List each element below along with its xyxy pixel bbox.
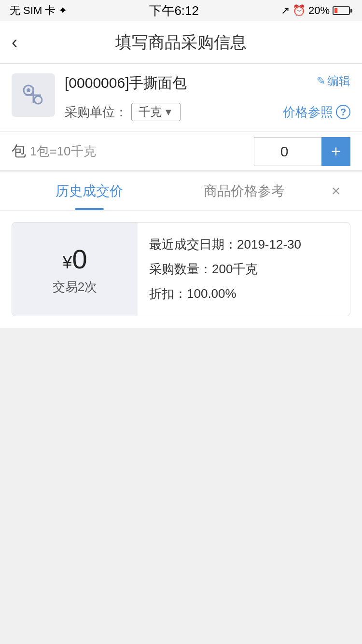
- sim-status: 无 SIM 卡 ✦: [10, 3, 67, 18]
- currency-symbol: ¥: [62, 252, 72, 272]
- dropdown-arrow-icon: ▼: [164, 107, 173, 118]
- location-icon: ↗: [281, 4, 290, 17]
- back-button[interactable]: ‹: [12, 32, 17, 53]
- tab-panel: 历史成交价 商品价格参考 × ¥0 交易2次 最近成交日期：2019-12-30…: [0, 172, 362, 328]
- purchase-quantity-label: 采购数量：: [149, 262, 212, 276]
- svg-point-1: [27, 88, 30, 92]
- status-right: ↗ ⏰ 20%: [281, 4, 352, 17]
- history-trades-count: 交易2次: [53, 279, 97, 295]
- product-info: [0000006]手撕面包 ✎ 编辑 采购单位： 千克 ▼ 价格参照 ?: [65, 73, 350, 121]
- tab-product-price-ref[interactable]: 商品价格参考: [167, 172, 321, 210]
- tab-price-ref-label: 商品价格参考: [204, 182, 285, 200]
- quantity-plus-button[interactable]: +: [321, 137, 350, 166]
- unit-selector[interactable]: 千克 ▼: [131, 103, 181, 121]
- price-reference-button[interactable]: 价格参照 ?: [283, 104, 350, 121]
- tab-bar: 历史成交价 商品价格参考 ×: [0, 172, 362, 210]
- purchase-quantity-row: 采购数量：200千克: [149, 261, 338, 278]
- recent-date-value: 2019-12-30: [237, 237, 301, 252]
- product-card: [0000006]手撕面包 ✎ 编辑 采购单位： 千克 ▼ 价格参照 ?: [0, 64, 362, 131]
- product-name: [0000006]手撕面包: [65, 73, 187, 93]
- history-content: ¥0 交易2次 最近成交日期：2019-12-30 采购数量：200千克 折扣：…: [0, 210, 362, 328]
- page-title: 填写商品采购信息: [115, 31, 247, 54]
- tab-history-label: 历史成交价: [56, 182, 123, 200]
- battery-percentage: 20%: [308, 4, 330, 17]
- unit-value: 千克: [139, 104, 162, 120]
- price-ref-help-icon: ?: [336, 105, 350, 119]
- history-price-value: ¥0: [62, 243, 87, 275]
- recent-date-row: 最近成交日期：2019-12-30: [149, 236, 338, 253]
- unit-conversion: 1包=10千克: [30, 143, 96, 160]
- edit-icon: ✎: [317, 75, 325, 87]
- quantity-unit-info: 包 1包=10千克: [12, 141, 96, 161]
- quantity-section: 包 1包=10千克 +: [0, 132, 362, 171]
- unit-label: 采购单位：: [65, 104, 127, 121]
- discount-value: 100.00%: [187, 286, 237, 301]
- tab-history-price[interactable]: 历史成交价: [12, 172, 167, 210]
- tab-underline: [75, 208, 104, 210]
- product-thumbnail: [12, 73, 55, 117]
- history-price-section: ¥0 交易2次: [12, 223, 138, 316]
- purchase-quantity-value: 200千克: [212, 262, 258, 276]
- svg-point-4: [34, 96, 42, 104]
- recent-date-label: 最近成交日期：: [149, 237, 237, 252]
- quantity-input[interactable]: [254, 137, 321, 166]
- edit-button[interactable]: ✎ 编辑: [317, 73, 350, 89]
- history-details-section: 最近成交日期：2019-12-30 采购数量：200千克 折扣：100.00%: [138, 223, 350, 316]
- bottom-space: [0, 328, 362, 617]
- discount-row: 折扣：100.00%: [149, 285, 338, 302]
- status-time: 下午6:12: [149, 2, 199, 19]
- tab-close-button[interactable]: ×: [321, 177, 350, 206]
- status-bar: 无 SIM 卡 ✦ 下午6:12 ↗ ⏰ 20%: [0, 0, 362, 21]
- discount-label: 折扣：: [149, 286, 187, 301]
- status-left: 无 SIM 卡 ✦: [10, 3, 67, 18]
- alarm-icon: ⏰: [292, 4, 306, 17]
- quantity-controls: +: [254, 137, 350, 166]
- battery-icon: [333, 6, 352, 15]
- price-ref-label: 价格参照: [283, 104, 333, 121]
- history-card: ¥0 交易2次 最近成交日期：2019-12-30 采购数量：200千克 折扣：…: [12, 222, 350, 316]
- nav-bar: ‹ 填写商品采购信息: [0, 21, 362, 64]
- unit-char: 包: [12, 141, 26, 161]
- edit-label: 编辑: [327, 73, 350, 89]
